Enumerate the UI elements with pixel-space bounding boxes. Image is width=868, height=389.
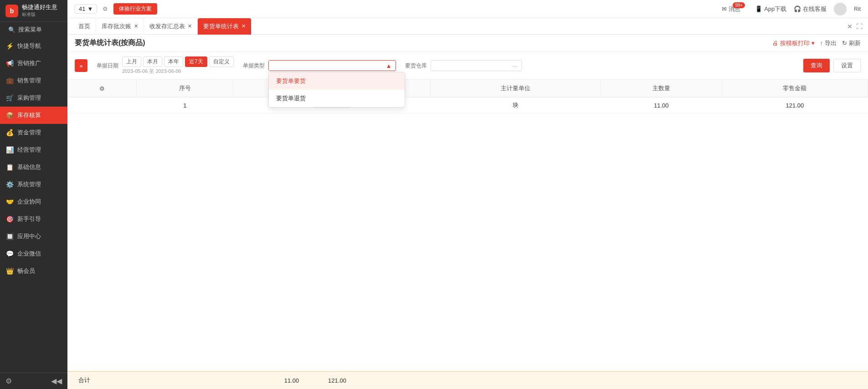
settings-footer-btn[interactable]: ⚙: [5, 377, 12, 385]
sidebar-item-label: 企业微信: [17, 250, 41, 258]
sidebar-item-inventory[interactable]: 📦 库存核算: [0, 107, 67, 124]
export-btn[interactable]: ↑ 导出: [820, 39, 837, 47]
phone-icon: 📱: [755, 5, 762, 12]
cell-seq: 1: [137, 97, 233, 113]
sidebar-item-enterprise[interactable]: 🤝 企业协同: [0, 193, 67, 210]
tab-close-icon[interactable]: ✕: [241, 23, 246, 29]
search-icon: 🔍: [8, 26, 15, 33]
warehouse-filter-label: 要货仓库: [405, 62, 427, 70]
sidebar-item-label: 营销推广: [17, 59, 41, 67]
topbar: 41 ▼ ⚙ 体验行业方案 ✉ 消息 99+ 📱 App下载 🎧 在线客服 Ri…: [67, 0, 868, 18]
dropdown-item-require-goods[interactable]: 要货单要货: [269, 72, 405, 90]
tab-inventory-batch[interactable]: 库存批次账 ✕: [96, 18, 144, 35]
tab-close-icon[interactable]: ✕: [134, 23, 138, 29]
sidebar-item-label: 经营管理: [17, 146, 41, 154]
wechat-icon: 💬: [5, 250, 14, 258]
sidebar-item-quick-nav[interactable]: ⚡ 快捷导航: [0, 37, 67, 55]
inventory-icon: 📦: [5, 111, 14, 119]
member-icon: 👑: [5, 267, 14, 275]
print-icon: 🖨: [772, 40, 778, 46]
page-header: 要货单统计表(按商品) 🖨 按模板打印 ▾ ↑ 导出 ↻ 刷新: [67, 35, 868, 52]
page-header-actions: 🖨 按模板打印 ▾ ↑ 导出 ↻ 刷新: [772, 39, 861, 47]
sidebar-item-apps[interactable]: 🔲 应用中心: [0, 228, 67, 245]
total-qty: 11.00: [269, 377, 314, 384]
query-btn[interactable]: 查询: [803, 59, 830, 72]
date-this-year-btn[interactable]: 本年: [164, 56, 183, 67]
sidebar-item-purchase[interactable]: 🛒 采购管理: [0, 89, 67, 107]
dropdown-item-require-return[interactable]: 要货单退货: [269, 90, 405, 107]
date-up-month-btn[interactable]: 上月: [122, 56, 141, 67]
sidebar-item-member[interactable]: 👑 畅会员: [0, 262, 67, 280]
sidebar-item-label: 销售管理: [17, 77, 41, 85]
print-template-btn[interactable]: 🖨 按模板打印 ▾: [772, 39, 815, 47]
tab-label: 收发存汇总表: [149, 22, 185, 31]
basic-icon: 📋: [5, 163, 14, 171]
marketing-icon: 📢: [5, 59, 14, 67]
export-label: 导出: [825, 39, 837, 47]
refresh-icon: ↻: [842, 40, 847, 46]
type-input[interactable]: [269, 61, 382, 71]
sidebar-item-marketing[interactable]: 📢 营销推广: [0, 55, 67, 72]
sidebar-item-operation[interactable]: 📊 经营管理: [0, 141, 67, 159]
sidebar-item-label: 应用中心: [17, 232, 41, 241]
sidebar-item-label: 库存核算: [17, 111, 41, 119]
app-version: 标准版: [22, 11, 57, 18]
tab-close-icon[interactable]: ✕: [188, 23, 192, 29]
sidebar-item-guide[interactable]: 🎯 新手引导: [0, 210, 67, 228]
type-dropdown-arrow[interactable]: ▲: [382, 62, 395, 69]
page-content: 要货单统计表(按商品) 🖨 按模板打印 ▾ ↑ 导出 ↻ 刷新: [67, 35, 868, 389]
date-last-7days-btn[interactable]: 近7天: [185, 56, 207, 67]
type-input-wrap: ▲: [268, 60, 396, 71]
sidebar-item-label: 畅会员: [17, 267, 35, 275]
warehouse-input[interactable]: [431, 61, 509, 71]
tab-receivable-summary[interactable]: 收发存汇总表 ✕: [144, 18, 198, 35]
table-footer: 合计 11.00 121.00: [67, 371, 868, 389]
cell-amount: 121.00: [722, 97, 868, 113]
guide-icon: 🎯: [5, 215, 14, 223]
app-name: 畅捷通好生意: [22, 4, 57, 11]
system-icon: ⚙️: [5, 180, 14, 189]
logo-icon: b: [5, 5, 18, 17]
col-header-settings[interactable]: ⚙: [67, 80, 137, 97]
settings-gear-icon[interactable]: ⚙: [103, 5, 108, 12]
refresh-label: 刷新: [849, 39, 861, 47]
sidebar-item-label: 采购管理: [17, 94, 41, 102]
store-selector[interactable]: 41 ▼: [75, 4, 97, 14]
collapse-sidebar-btn[interactable]: ◀◀: [51, 377, 62, 385]
refresh-btn[interactable]: ↻ 刷新: [842, 39, 861, 47]
app-download-btn[interactable]: 📱 App下载: [755, 5, 786, 13]
store-name: 41: [79, 5, 85, 12]
tab-home[interactable]: 首页: [73, 18, 96, 35]
message-btn[interactable]: ✉ 消息 99+: [722, 5, 740, 13]
main-area: 41 ▼ ⚙ 体验行业方案 ✉ 消息 99+ 📱 App下载 🎧 在线客服 Ri…: [67, 0, 868, 389]
total-label-text: 合计: [78, 377, 90, 384]
apps-icon: 🔲: [5, 232, 14, 241]
tab-order-summary[interactable]: 要货单统计表 ✕: [198, 18, 252, 35]
sidebar-item-sales[interactable]: 💼 销售管理: [0, 72, 67, 89]
sidebar-item-finance[interactable]: 💰 资金管理: [0, 124, 67, 141]
data-table-wrap: ⚙ 序号 商品 主计量单位 主数量 零售金额 1: [67, 80, 868, 371]
date-custom-btn[interactable]: 自定义: [209, 56, 234, 67]
cell-unit: 块: [430, 97, 601, 113]
expand-tabs-btn[interactable]: ⛶: [856, 23, 863, 30]
close-all-tabs-btn[interactable]: ✕: [847, 23, 853, 30]
sidebar-item-label: 快捷导航: [17, 42, 41, 50]
user-avatar[interactable]: [834, 3, 847, 15]
filter-action-btns: 查询 设置: [803, 59, 861, 72]
type-dropdown: 要货单要货 要货单退货: [268, 72, 405, 107]
sidebar-item-wechat[interactable]: 💬 企业微信: [0, 245, 67, 262]
sidebar-item-label: 基础信息: [17, 163, 41, 171]
search-menu[interactable]: 🔍 搜索菜单: [0, 22, 67, 37]
cell-qty: 11.00: [601, 97, 722, 113]
headset-icon: 🎧: [794, 5, 801, 12]
date-this-month-btn[interactable]: 本月: [143, 56, 162, 67]
filter-expand-btn[interactable]: »: [75, 59, 87, 72]
sales-icon: 💼: [5, 77, 14, 85]
sidebar-item-basic[interactable]: 📋 基础信息: [0, 159, 67, 176]
table-row: 1 块 11.00 121.00: [67, 97, 868, 113]
warehouse-dots-icon[interactable]: ···: [509, 62, 521, 69]
sidebar-item-system[interactable]: ⚙️ 系统管理: [0, 176, 67, 193]
online-service-btn[interactable]: 🎧 在线客服: [794, 5, 827, 13]
settings-btn[interactable]: 设置: [833, 59, 861, 72]
industry-solution-button[interactable]: 体验行业方案: [113, 3, 157, 15]
